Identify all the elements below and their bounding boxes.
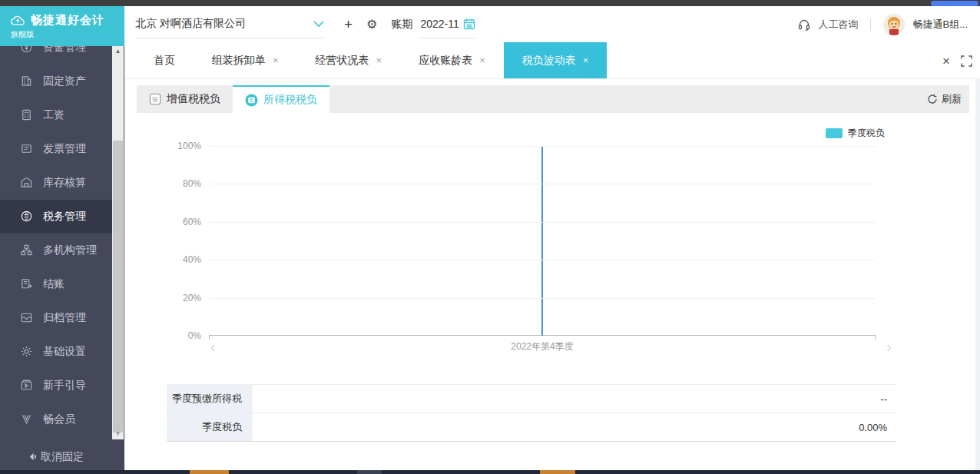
axis-pointer-line [541,146,543,336]
y-axis-tick-label: 60% [166,217,201,227]
chart-next-arrow[interactable]: › [886,339,892,354]
subtab-1[interactable]: 所得税税负 [233,85,329,113]
tab-3[interactable]: 应收账龄表× [400,42,504,78]
refresh-button[interactable]: 刷新 [927,85,962,113]
sidebar-item-label: 新手引导 [43,379,86,393]
tab-label: 组装拆卸单 [212,54,266,68]
avatar[interactable] [883,14,905,35]
archive-icon [20,311,34,325]
tab-close-icon[interactable]: × [583,55,589,66]
chart-prev-arrow[interactable]: ‹ [210,339,216,354]
browser-top-strip [0,0,980,6]
app-window: 畅捷通好会计 旗舰版 资金管理固定资产工资发票管理库存核算税务管理多机构管理结账… [0,0,980,474]
sidebar-item-3[interactable]: 发票管理 [0,132,112,166]
subtab-icon [149,93,161,105]
headset-icon [798,18,810,31]
open-tabs: 首页组装拆卸单×经营状况表×应收账龄表×税负波动表× [135,42,607,78]
tab-0[interactable]: 首页 [135,42,194,78]
tab-label: 经营状况表 [316,54,369,68]
sidebar-item-label: 工资 [43,108,65,122]
close-all-tabs-icon[interactable]: × [942,55,950,68]
user-name[interactable]: 畅捷通B组... [912,18,968,31]
sidebar-item-label: 固定资产 [43,75,86,88]
browser-button-fragment[interactable] [931,1,978,6]
window-scrollbar[interactable] [975,79,980,470]
axis-tick [209,336,210,340]
gridline [209,184,876,184]
tab-label: 首页 [154,54,175,68]
y-axis-tick-label: 0% [166,330,201,341]
legend-swatch[interactable] [826,128,843,138]
add-company-button[interactable]: + [344,17,353,31]
refresh-icon [927,94,938,104]
sidebar-scrollbar[interactable]: ▲ ▼ [112,46,124,439]
period-value: 2022-11 [420,18,459,30]
sidebar-item-8[interactable]: 归档管理 [0,301,112,335]
row-header: 季度预缴所得税 [167,385,253,413]
sidebar-item-label: 结账 [43,277,65,291]
sidebar-item-label: 税务管理 [43,210,86,224]
tab-close-icon[interactable]: × [479,55,485,66]
tax-burden-chart: 0%20%40%60%80%100% [209,146,876,336]
settings-icon [20,345,34,359]
sidebar-item-6[interactable]: 多机构管理 [0,234,112,267]
header-divider [870,18,871,31]
report-panel: 增值税税负所得税税负 刷新 季度税负 0%20%40%60%80%100% 20… [124,79,980,470]
tab-4[interactable]: 税负波动表× [504,42,608,78]
tab-1[interactable]: 组装拆卸单× [194,42,297,78]
money-icon [20,46,34,55]
closing-icon [20,277,34,291]
sidebar-item-1[interactable]: 固定资产 [0,65,112,98]
gear-icon[interactable]: ⚙ [366,17,377,31]
sidebar-item-7[interactable]: 结账 [0,267,112,301]
tab-close-icon[interactable]: × [273,55,279,66]
scroll-up-arrow-icon[interactable]: ▲ [112,46,124,57]
taskbar-segment [540,470,575,474]
sidebar-item-11[interactable]: 畅会员 [0,403,112,436]
tab-close-icon[interactable]: × [376,55,382,66]
chart-legend[interactable]: 季度税负 [826,127,885,140]
sidebar-item-0[interactable]: 资金管理 [0,46,112,65]
salary-icon [20,108,34,122]
invoice-icon [20,142,34,156]
gridline [209,260,876,260]
gridline [209,222,876,223]
sidebar-item-10[interactable]: 新手引导 [0,369,112,403]
sidebar-menu: 资金管理固定资产工资发票管理库存核算税务管理多机构管理结账归档管理基础设置新手引… [0,46,112,439]
period-selector[interactable]: 2022-11 [420,11,475,38]
unpin-sidebar-button[interactable]: 取消固定 [0,450,112,464]
top-header: 北京 对啊酒店有限公司 + ⚙ 账期 2022-11 人工咨询 畅捷通B组... [124,6,980,42]
legend-label: 季度税负 [848,127,885,140]
sidebar-item-5[interactable]: 税务管理 [0,200,112,234]
tab-2[interactable]: 经营状况表× [297,42,401,78]
sidebar-item-2[interactable]: 工资 [0,98,112,132]
tax-icon [20,210,34,224]
brand-cloud-icon [9,14,26,28]
subtab-icon [245,94,258,107]
scroll-down-arrow-icon[interactable]: ▼ [112,429,124,439]
company-selector[interactable]: 北京 对啊酒店有限公司 [135,11,326,38]
sidebar-item-9[interactable]: 基础设置 [0,335,112,369]
fullscreen-icon[interactable] [961,55,972,67]
x-axis-category-label: 2022年第4季度 [209,340,876,353]
unpin-label: 取消固定 [41,450,84,462]
subtab-0[interactable]: 增值税税负 [137,85,233,113]
period-label: 账期 [391,18,412,31]
taskbar-sliver [0,470,980,474]
sidebar-item-label: 畅会员 [43,413,75,426]
table-row: 季度预缴所得税-- [167,385,896,413]
sidebar-item-label: 基础设置 [43,345,86,359]
brand-name: 畅捷通好会计 [31,13,104,28]
sidebar-item-label: 库存核算 [43,176,86,190]
y-axis-tick-label: 100% [166,141,201,151]
support-link[interactable]: 人工咨询 [818,18,858,31]
calendar-icon [463,18,475,30]
scrollbar-thumb[interactable] [113,141,123,433]
sidebar-item-4[interactable]: 库存核算 [0,166,112,200]
gridline [209,298,876,299]
sidebar-item-label: 发票管理 [43,142,86,156]
brand-edition: 旗舰版 [0,28,124,40]
summary-table: 季度预缴所得税--季度税负0.00% [167,384,896,442]
company-name: 北京 对啊酒店有限公司 [135,17,246,31]
app-logo[interactable]: 畅捷通好会计 旗舰版 [0,6,124,46]
